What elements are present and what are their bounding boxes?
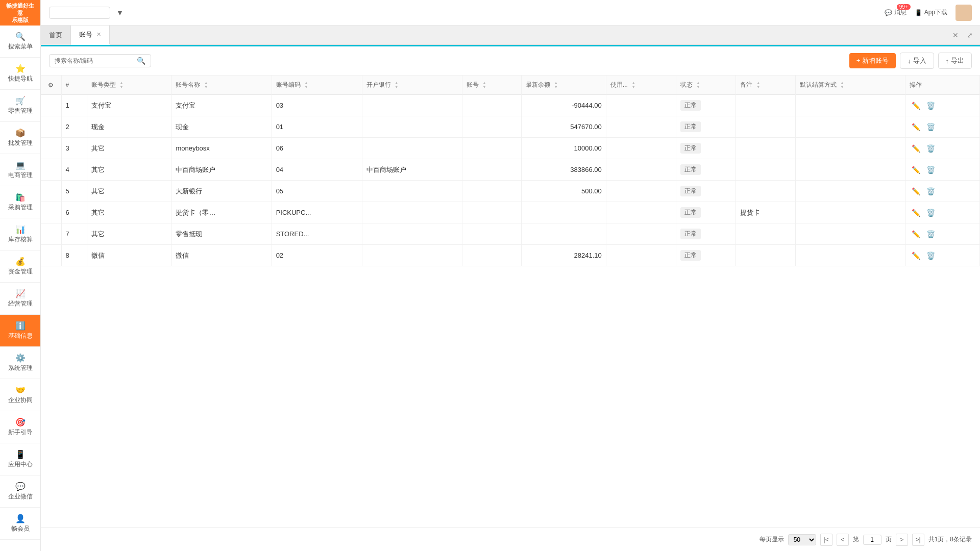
delete-button[interactable]: 🗑️ — [924, 101, 937, 111]
app-download-button[interactable]: 📱 App下载 — [915, 8, 947, 17]
edit-button[interactable]: ✏️ — [910, 165, 922, 175]
row-code: 05 — [272, 181, 362, 202]
sort-name-icon: ▲▼ — [204, 81, 208, 89]
sidebar-item-new-guide[interactable]: 🎯 新手引导 — [0, 411, 40, 443]
sidebar-item-inventory-calc[interactable]: 📊 库存核算 — [0, 218, 40, 251]
header-dropdown-icon[interactable]: ▼ — [116, 9, 124, 17]
tab-home[interactable]: 首页 — [41, 26, 71, 45]
row-remark: 提货卡 — [736, 202, 795, 223]
sort-settlement-icon: ▲▼ — [840, 81, 844, 89]
table-row: 5 其它 大新银行 05 500.00 正常 ✏️ 🗑️ — [41, 181, 980, 202]
row-remark — [736, 223, 795, 245]
row-default-settlement — [795, 138, 905, 159]
delete-button[interactable]: 🗑️ — [924, 186, 937, 196]
delete-button[interactable]: 🗑️ — [924, 165, 937, 175]
logo-text: 畅捷通好生意 乐惠版 — [4, 2, 36, 24]
edit-button[interactable]: ✏️ — [910, 229, 922, 239]
delete-button[interactable]: 🗑️ — [924, 143, 937, 154]
row-gear — [41, 95, 61, 116]
maximize-window-icon[interactable]: ⤢ — [964, 29, 976, 41]
table-col-balance[interactable]: 最新余额 ▲▼ — [521, 76, 606, 95]
table-col-gear[interactable]: ⚙ — [41, 76, 61, 95]
sidebar-item-member[interactable]: 👤 畅会员 — [0, 508, 40, 540]
row-account — [462, 95, 521, 116]
page-number-input[interactable] — [863, 535, 881, 545]
delete-button[interactable]: 🗑️ — [924, 251, 937, 261]
table-col-account[interactable]: 账号 ▲▼ — [462, 76, 521, 95]
add-account-button[interactable]: + 新增账号 — [849, 53, 896, 68]
table-col-usage[interactable]: 使用... ▲▼ — [606, 76, 676, 95]
sidebar-item-search-menu[interactable]: 🔍 搜索菜单 — [0, 26, 40, 58]
table-col-default-settlement[interactable]: 默认结算方式 ▲▼ — [795, 76, 905, 95]
app-download-label: App下载 — [924, 8, 947, 17]
sidebar-item-label: 基础信息 — [2, 332, 38, 340]
sidebar-item-ecommerce-mgmt[interactable]: 💻 电商管理 — [0, 154, 40, 186]
row-name: 大新银行 — [172, 181, 272, 202]
import-button[interactable]: ↓ 导入 — [900, 53, 934, 69]
row-code: 06 — [272, 138, 362, 159]
sidebar-item-retail-mgmt[interactable]: 🛒 零售管理 — [0, 90, 40, 122]
edit-button[interactable]: ✏️ — [910, 101, 922, 111]
delete-button[interactable]: 🗑️ — [924, 208, 937, 218]
row-status: 正常 — [676, 181, 736, 202]
header-left: ▼ — [49, 7, 124, 19]
table-col-operation: 操作 — [905, 76, 980, 95]
table-col-remark[interactable]: 备注 ▲▼ — [736, 76, 795, 95]
row-status: 正常 — [676, 223, 736, 245]
sidebar-item-system-mgmt[interactable]: ⚙️ 系统管理 — [0, 347, 40, 379]
row-gear — [41, 202, 61, 223]
edit-button[interactable]: ✏️ — [910, 208, 922, 218]
sidebar-item-finance-mgmt[interactable]: 💰 资金管理 — [0, 251, 40, 283]
tab-account[interactable]: 账号 ✕ — [71, 26, 110, 45]
delete-button[interactable]: 🗑️ — [924, 229, 937, 239]
edit-button[interactable]: ✏️ — [910, 251, 922, 261]
edit-button[interactable]: ✏️ — [910, 186, 922, 196]
row-index: 7 — [61, 223, 87, 245]
finance-mgmt-icon: 💰 — [2, 257, 38, 266]
sidebar-item-enterprise-agreement[interactable]: 🤝 企业协同 — [0, 379, 40, 411]
delete-button[interactable]: 🗑️ — [924, 122, 937, 132]
sidebar-item-basic-info[interactable]: ℹ️ 基础信息 — [0, 315, 40, 347]
edit-button[interactable]: ✏️ — [910, 143, 922, 154]
prev-page-button[interactable]: < — [837, 534, 849, 546]
edit-button[interactable]: ✏️ — [910, 122, 922, 132]
import-label: 导入 — [913, 56, 926, 65]
user-avatar[interactable] — [955, 5, 972, 21]
account-search-box[interactable]: 🔍 — [49, 54, 151, 67]
sidebar-item-label: 搜索菜单 — [2, 42, 38, 51]
sidebar-item-operations-mgmt[interactable]: 📈 经营管理 — [0, 283, 40, 315]
row-default-settlement — [795, 223, 905, 245]
table-col-type[interactable]: 账号类型 ▲▼ — [87, 76, 172, 95]
sidebar-item-label: 快捷导航 — [2, 74, 38, 83]
tab-account-close-icon[interactable]: ✕ — [96, 32, 101, 37]
sidebar-item-wholesale-mgmt[interactable]: 📦 批发管理 — [0, 122, 40, 154]
page-size-select[interactable]: 50 20 100 — [788, 534, 816, 545]
table-row: 8 微信 微信 02 28241.10 正常 ✏️ 🗑️ — [41, 245, 980, 266]
import-icon: ↓ — [908, 57, 911, 65]
message-button[interactable]: 💬 消息 99+ — [885, 8, 906, 17]
next-page-button[interactable]: > — [896, 534, 908, 546]
row-default-settlement — [795, 245, 905, 266]
sidebar-item-purchase-mgmt[interactable]: 🛍️ 采购管理 — [0, 186, 40, 218]
sidebar-item-enterprise-wechat[interactable]: 💬 企业微信 — [0, 475, 40, 508]
sidebar-item-quick-nav[interactable]: ⭐ 快捷导航 — [0, 58, 40, 90]
header-search-input[interactable] — [49, 7, 110, 19]
export-button[interactable]: ↑ 导出 — [938, 53, 972, 69]
last-page-button[interactable]: >| — [912, 534, 924, 546]
row-bank — [362, 116, 462, 138]
row-remark — [736, 159, 795, 181]
enterprise-wechat-icon: 💬 — [2, 482, 38, 491]
close-window-icon[interactable]: ✕ — [949, 29, 962, 41]
first-page-button[interactable]: |< — [820, 534, 832, 546]
sidebar-item-label: 电商管理 — [2, 171, 38, 180]
sort-usage-icon: ▲▼ — [631, 81, 635, 89]
sidebar-item-app-center[interactable]: 📱 应用中心 — [0, 443, 40, 475]
row-account — [462, 138, 521, 159]
table-col-code[interactable]: 账号编码 ▲▼ — [272, 76, 362, 95]
table-col-name[interactable]: 账号名称 ▲▼ — [172, 76, 272, 95]
table-col-bank[interactable]: 开户银行 ▲▼ — [362, 76, 462, 95]
table-col-status[interactable]: 状态 ▲▼ — [676, 76, 736, 95]
sidebar-item-label: 零售管理 — [2, 107, 38, 115]
table-header-row: ⚙ # 账号类型 ▲▼ 账号名称 ▲▼ — [41, 76, 980, 95]
account-search-input[interactable] — [55, 57, 134, 64]
